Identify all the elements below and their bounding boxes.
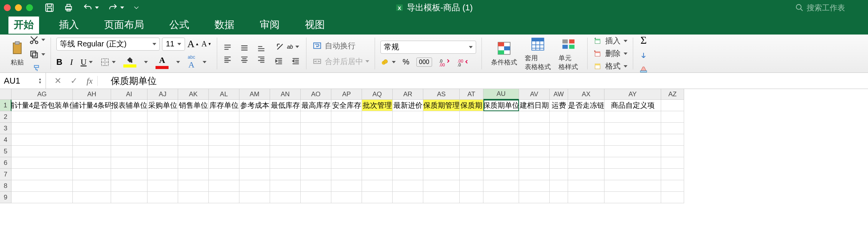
cell-AS8[interactable]	[423, 180, 460, 192]
cell-AG8[interactable]	[11, 180, 73, 192]
cell-AX7[interactable]	[568, 169, 604, 180]
col-header-AM[interactable]: AM	[239, 89, 270, 100]
cell-AM8[interactable]	[239, 180, 270, 192]
cell-AS6[interactable]	[423, 157, 460, 169]
cell-AI1[interactable]: 报表辅单位	[111, 100, 147, 111]
accounting-format-button[interactable]	[380, 58, 396, 66]
cell-AP6[interactable]	[331, 157, 362, 169]
cell-AM3[interactable]	[239, 123, 270, 134]
cell-AW5[interactable]	[550, 146, 568, 157]
tab-home[interactable]: 开始	[8, 16, 40, 35]
cell-AJ5[interactable]	[147, 146, 178, 157]
cell-AH2[interactable]	[73, 111, 111, 123]
cell-AV2[interactable]	[519, 111, 550, 123]
format-cells-button[interactable]: 格式	[593, 61, 627, 71]
minimize-window-button[interactable]	[15, 4, 22, 11]
cell-AK9[interactable]	[178, 192, 209, 203]
font-color-button[interactable]: A	[156, 55, 169, 69]
cell-AJ2[interactable]	[147, 111, 178, 123]
cell-AN5[interactable]	[270, 146, 301, 157]
cell-AP9[interactable]	[331, 192, 362, 203]
cell-AJ3[interactable]	[147, 123, 178, 134]
cell-AM2[interactable]	[239, 111, 270, 123]
phonetic-button[interactable]: abcA	[188, 54, 195, 70]
font-size-select[interactable]: 11	[162, 38, 185, 51]
col-header-AX[interactable]: AX	[568, 89, 604, 100]
tab-insert[interactable]: 插入	[53, 16, 85, 35]
cell-AW4[interactable]	[550, 134, 568, 146]
cell-AJ4[interactable]	[147, 134, 178, 146]
col-header-AO[interactable]: AO	[301, 89, 331, 100]
cell-AZ1[interactable]	[661, 100, 684, 111]
undo-button[interactable]	[83, 3, 99, 13]
format-painter-button[interactable]	[32, 64, 43, 72]
align-bottom-button[interactable]	[256, 44, 266, 52]
col-header-AR[interactable]: AR	[393, 89, 423, 100]
cell-AZ9[interactable]	[661, 192, 684, 203]
cell-AQ1[interactable]: 批次管理	[362, 100, 393, 111]
italic-button[interactable]: I	[70, 57, 73, 67]
cell-AV7[interactable]	[519, 169, 550, 180]
cell-AI3[interactable]	[111, 123, 147, 134]
autosum-button[interactable]: Σ	[640, 34, 647, 46]
cell-AS9[interactable]	[423, 192, 460, 203]
col-header-AK[interactable]: AK	[178, 89, 209, 100]
cell-AV1[interactable]: 建档日期	[519, 100, 550, 111]
cell-AZ5[interactable]	[661, 146, 684, 157]
clear-button[interactable]	[639, 66, 649, 73]
cell-AX5[interactable]	[568, 146, 604, 157]
cell-AG6[interactable]	[11, 157, 73, 169]
cell-AK4[interactable]	[178, 134, 209, 146]
cell-AI2[interactable]	[111, 111, 147, 123]
cell-AW3[interactable]	[550, 123, 568, 134]
cell-AH1[interactable]: 辅计量4条码	[73, 100, 111, 111]
cell-AJ9[interactable]	[147, 192, 178, 203]
col-header-AV[interactable]: AV	[519, 89, 550, 100]
col-header-AU[interactable]: AU	[483, 89, 519, 100]
cell-AM5[interactable]	[239, 146, 270, 157]
percent-button[interactable]: %	[403, 58, 409, 66]
cell-AW2[interactable]	[550, 111, 568, 123]
cell-AP8[interactable]	[331, 180, 362, 192]
cell-AX6[interactable]	[568, 157, 604, 169]
cell-AV4[interactable]	[519, 134, 550, 146]
cell-AM6[interactable]	[239, 157, 270, 169]
cell-AM7[interactable]	[239, 169, 270, 180]
cell-AU2[interactable]	[483, 111, 519, 123]
cell-AP5[interactable]	[331, 146, 362, 157]
cell-AG9[interactable]	[11, 192, 73, 203]
select-all-corner[interactable]	[0, 89, 11, 100]
cell-AL3[interactable]	[209, 123, 239, 134]
cell-AQ9[interactable]	[362, 192, 393, 203]
cell-AW1[interactable]: 运费	[550, 100, 568, 111]
col-header-AN[interactable]: AN	[270, 89, 301, 100]
cell-AP4[interactable]	[331, 134, 362, 146]
cell-AU7[interactable]	[483, 169, 519, 180]
cell-AK7[interactable]	[178, 169, 209, 180]
tab-formulas[interactable]: 公式	[163, 16, 195, 35]
col-header-AW[interactable]: AW	[550, 89, 568, 100]
cell-AT5[interactable]	[460, 146, 483, 157]
col-header-AS[interactable]: AS	[423, 89, 460, 100]
increase-decimal-button[interactable]: .0.00	[439, 58, 450, 66]
cell-AW8[interactable]	[550, 180, 568, 192]
customize-qat-icon[interactable]	[133, 3, 139, 13]
cell-AY8[interactable]	[604, 180, 661, 192]
cell-AR9[interactable]	[393, 192, 423, 203]
cell-AK1[interactable]: 销售单位	[178, 100, 209, 111]
cell-AN1[interactable]: 最低库存	[270, 100, 301, 111]
cell-AY3[interactable]	[604, 123, 661, 134]
cell-AO2[interactable]	[301, 111, 331, 123]
cell-AT2[interactable]	[460, 111, 483, 123]
cell-AZ7[interactable]	[661, 169, 684, 180]
close-window-button[interactable]	[4, 4, 11, 11]
cell-AN8[interactable]	[270, 180, 301, 192]
cell-AK5[interactable]	[178, 146, 209, 157]
col-header-AH[interactable]: AH	[73, 89, 111, 100]
print-icon[interactable]	[64, 3, 74, 13]
cell-AX2[interactable]	[568, 111, 604, 123]
cell-AO7[interactable]	[301, 169, 331, 180]
cell-AY4[interactable]	[604, 134, 661, 146]
borders-button[interactable]	[100, 58, 116, 67]
delete-cells-button[interactable]: 删除	[593, 48, 627, 59]
